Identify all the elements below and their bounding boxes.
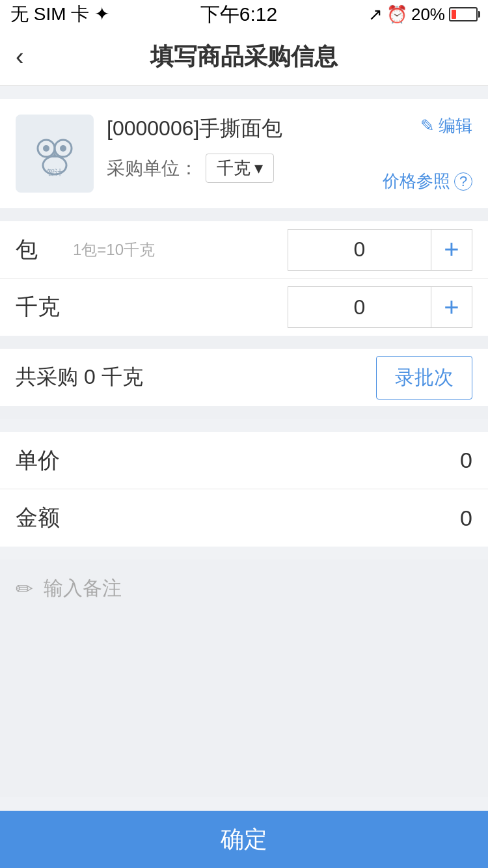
bag-input[interactable] [288,229,431,271]
status-bar: 无 SIM 卡 ✦ 下午6:12 ↗ ⏰ 20% [0,0,488,29]
svg-text:智计: 智计 [47,168,62,177]
edit-icon: ✎ [420,116,435,136]
status-left: 无 SIM 卡 ✦ [10,2,109,27]
unit-price-label: 单价 [16,446,60,476]
section-divider-3 [0,406,488,419]
amount-label: 金额 [16,503,60,533]
unit-select[interactable]: 千克 ▾ [206,154,274,183]
price-section: 单价 0 金额 0 [0,432,488,547]
kg-input[interactable] [288,286,431,328]
price-ref-button[interactable]: 价格参照 ? [383,170,472,193]
unit-price-row: 单价 0 [0,432,488,489]
bag-plus-button[interactable]: + [431,229,472,271]
notes-placeholder: 输入备注 [44,575,122,602]
kg-input-row: 千克 + [0,278,488,336]
battery-percent: 20% [411,5,445,25]
bag-sublabel: 1包=10千克 [73,239,155,260]
alarm-icon: ⏰ [386,5,407,25]
product-thumbnail: 智计 [16,115,94,193]
batch-button[interactable]: 录批次 [376,356,472,400]
edit-label: 编辑 [439,115,472,137]
back-button[interactable]: ‹ [16,43,24,71]
bag-input-row: 包 1包=10千克 + [0,221,488,278]
status-right: ↗ ⏰ 20% [368,5,478,25]
notes-input-row[interactable]: ✏ 输入备注 [16,575,472,602]
unit-value: 千克 [217,157,251,180]
total-text: 共采购 0 千克 [16,363,143,392]
confirm-button[interactable]: 确定 [0,811,488,868]
pencil-icon: ✏ [16,576,33,601]
product-card: 智计 [0000006]手撕面包 采购单位： 千克 ▾ ✎ 编辑 价格参照 ? [0,99,488,208]
page-title: 填写商品采购信息 [150,41,338,73]
notes-section: ✏ 输入备注 [0,560,488,797]
price-ref-label: 价格参照 [383,170,450,193]
section-divider-2 [0,336,488,349]
edit-button[interactable]: ✎ 编辑 [420,115,472,137]
kg-label: 千克 [16,292,68,322]
no-sim-text: 无 SIM 卡 ✦ [10,2,109,27]
battery-icon [449,7,478,21]
status-time: 下午6:12 [200,1,277,28]
input-section: 包 1包=10千克 + 千克 + [0,221,488,336]
nav-bar: ‹ 填写商品采购信息 [0,29,488,86]
svg-point-2 [43,145,49,152]
amount-value: 0 [460,506,472,531]
bag-field-wrap: + [155,229,472,271]
help-icon: ? [454,172,472,191]
amount-row: 金额 0 [0,489,488,547]
bag-label: 包 [16,235,68,265]
unit-price-value: 0 [460,448,472,473]
section-divider-1 [0,208,488,221]
location-icon: ↗ [368,5,383,25]
product-name: [0000006]手撕面包 [107,115,472,143]
total-row: 共采购 0 千克 录批次 [0,349,488,406]
kg-plus-button[interactable]: + [431,286,472,328]
brand-logo: 智计 [29,128,81,180]
purchase-unit-label: 采购单位： [107,156,198,181]
chevron-down-icon: ▾ [254,158,263,178]
kg-field-wrap: + [68,286,472,328]
svg-point-3 [60,145,66,152]
